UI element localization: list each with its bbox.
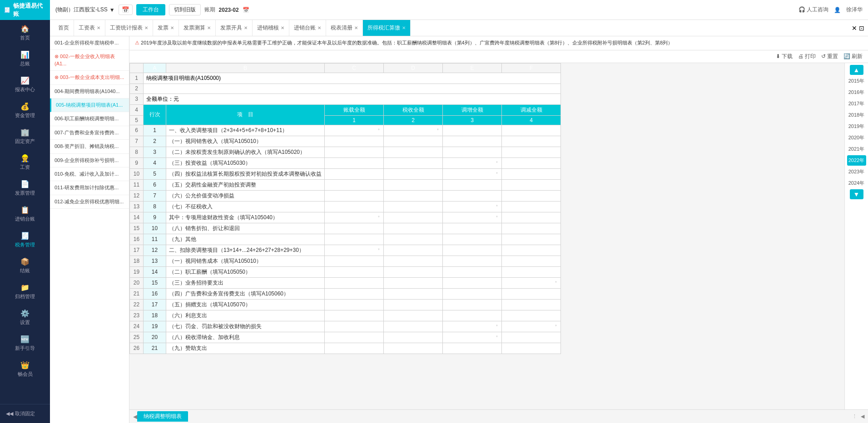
value-cell[interactable] <box>443 266 502 277</box>
tab-close-icon[interactable]: ✕ <box>281 25 284 30</box>
tab-发票开具[interactable]: 发票开具✕ <box>216 20 253 36</box>
tab-进销台账[interactable]: 进销台账✕ <box>289 20 326 36</box>
value-cell[interactable] <box>443 343 502 354</box>
value-cell[interactable] <box>502 343 561 354</box>
doc-list-item[interactable]: 005-纳税调整项目明细表(A1... <box>50 98 129 112</box>
bottom-tab[interactable]: 纳税调整明细表 <box>137 411 188 422</box>
value-cell[interactable] <box>384 136 443 147</box>
value-cell[interactable]: * <box>502 277 561 288</box>
value-cell[interactable] <box>443 125 502 136</box>
sidebar-item-新手引导[interactable]: 🆕新手引导 <box>0 330 50 356</box>
value-cell[interactable] <box>325 234 384 245</box>
calendar-icon-small[interactable]: 📅 <box>243 7 249 13</box>
value-cell[interactable] <box>384 223 443 234</box>
value-cell[interactable] <box>443 245 502 256</box>
value-cell[interactable]: * <box>325 245 384 256</box>
sidebar-item-结账[interactable]: 📦结账 <box>0 253 50 279</box>
value-cell[interactable] <box>443 288 502 299</box>
sidebar-item-发票管理[interactable]: 📄发票管理 <box>0 175 50 201</box>
value-cell[interactable]: * <box>325 212 384 223</box>
tab-工资统计报表[interactable]: 工资统计报表✕ <box>105 20 153 36</box>
value-cell[interactable] <box>384 277 443 288</box>
year-button[interactable]: 2022年 <box>847 155 866 166</box>
year-button[interactable]: 2016年 <box>847 87 866 98</box>
doc-list-item[interactable]: ⊗ 003-一般企业成本支出明细... <box>50 71 129 84</box>
doc-list-item[interactable]: 012-减免企业所得税优惠明细... <box>50 195 129 209</box>
value-cell[interactable] <box>502 201 561 212</box>
year-button[interactable]: 2018年 <box>847 110 866 120</box>
refresh-button[interactable]: 🔄 刷新 <box>843 53 863 60</box>
value-cell[interactable] <box>502 256 561 266</box>
value-cell[interactable] <box>443 190 502 201</box>
value-cell[interactable] <box>325 223 384 234</box>
value-cell[interactable] <box>502 168 561 179</box>
doc-list-item[interactable]: ⊗ 002-一般企业收入明细表(A1... <box>50 50 129 71</box>
doc-list-item[interactable]: 004-期间费用明细表(A1040... <box>50 85 129 98</box>
value-cell[interactable] <box>384 234 443 245</box>
value-cell[interactable] <box>502 332 561 343</box>
value-cell[interactable] <box>325 266 384 277</box>
value-cell[interactable] <box>502 212 561 223</box>
value-cell[interactable] <box>502 157 561 168</box>
value-cell[interactable] <box>443 277 502 288</box>
value-cell[interactable] <box>384 147 443 157</box>
value-cell[interactable] <box>384 212 443 223</box>
company-selector[interactable]: (物副）江西股宝-LSS ▼ <box>55 6 115 14</box>
year-button[interactable]: 2021年 <box>847 144 866 154</box>
tab-close-icon[interactable]: ✕ <box>97 25 100 30</box>
support-button[interactable]: 🎧 人工咨询 <box>799 6 828 14</box>
value-cell[interactable] <box>384 201 443 212</box>
calendar-button[interactable]: 📅 <box>119 5 133 15</box>
year-button[interactable]: 2023年 <box>847 167 866 177</box>
value-cell[interactable] <box>443 223 502 234</box>
year-button[interactable]: 2024年 <box>847 178 866 188</box>
value-cell[interactable] <box>502 223 561 234</box>
value-cell[interactable] <box>384 310 443 321</box>
value-cell[interactable] <box>443 234 502 245</box>
value-cell[interactable] <box>325 201 384 212</box>
workbench-button[interactable]: 工作台 <box>136 4 165 15</box>
tab-工资表[interactable]: 工资表✕ <box>74 20 105 36</box>
value-cell[interactable] <box>502 299 561 310</box>
tab-首页[interactable]: 首页 <box>54 20 74 36</box>
value-cell[interactable] <box>443 299 502 310</box>
value-cell[interactable] <box>384 343 443 354</box>
value-cell[interactable] <box>325 136 384 147</box>
sidebar-item-资金管理[interactable]: 💰资金管理 <box>0 98 50 123</box>
value-cell[interactable] <box>502 234 561 245</box>
doc-list-item[interactable]: 009-企业所得税弥补亏损明... <box>50 154 129 167</box>
tab-close-icon[interactable]: ✕ <box>317 25 321 30</box>
sidebar-item-首页[interactable]: 🏠首页 <box>0 20 50 46</box>
value-cell[interactable] <box>325 147 384 157</box>
year-button[interactable]: 2020年 <box>847 133 866 143</box>
unpin-button[interactable]: ◀◀ 取消固定 <box>4 408 46 419</box>
value-cell[interactable] <box>443 147 502 157</box>
value-cell[interactable]: * <box>443 321 502 332</box>
value-cell[interactable] <box>502 136 561 147</box>
tab-close-icon[interactable]: ✕ <box>402 25 406 30</box>
sidebar-item-设置[interactable]: ⚙️设置 <box>0 305 50 330</box>
value-cell[interactable] <box>325 256 384 266</box>
tab-close-icon[interactable]: ✕ <box>207 25 211 30</box>
sidebar-item-固定资产[interactable]: 🏢固定资产 <box>0 123 50 149</box>
value-cell[interactable]: * <box>443 168 502 179</box>
year-up-button[interactable]: ▲ <box>850 65 863 75</box>
doc-list-item[interactable]: 001-企业所得税年度纳税申... <box>50 36 129 50</box>
close-tab-button[interactable]: ✕ <box>852 25 857 32</box>
sidebar-item-税务管理[interactable]: 🧾税务管理 <box>0 227 50 253</box>
value-cell[interactable] <box>384 332 443 343</box>
value-cell[interactable]: * <box>443 157 502 168</box>
value-cell[interactable] <box>384 190 443 201</box>
value-cell[interactable] <box>443 179 502 190</box>
tab-税表清册[interactable]: 税表清册✕ <box>326 20 363 36</box>
doc-list-item[interactable]: 008-资产折旧、摊销及纳税... <box>50 140 129 153</box>
value-cell[interactable] <box>325 288 384 299</box>
value-cell[interactable] <box>443 256 502 266</box>
doc-list-item[interactable]: 007-广告费和业务宣传费跨... <box>50 126 129 140</box>
value-cell[interactable] <box>443 136 502 147</box>
year-down-button[interactable]: ▼ <box>850 189 863 199</box>
value-cell[interactable] <box>502 179 561 190</box>
tab-所得税汇算缴[interactable]: 所得税汇算缴✕ <box>363 20 411 36</box>
value-cell[interactable] <box>325 299 384 310</box>
value-cell[interactable] <box>325 157 384 168</box>
